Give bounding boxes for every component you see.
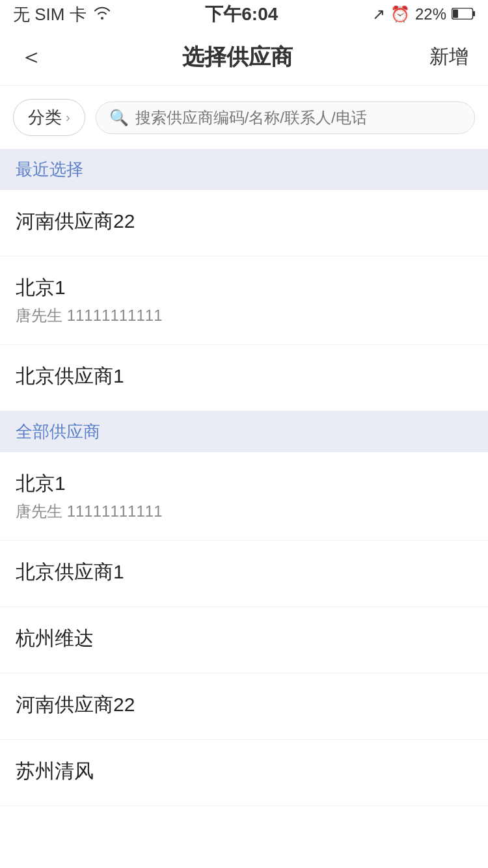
status-time: 下午6:04: [205, 2, 278, 27]
all-list-item[interactable]: 北京1唐先生 11111111111: [0, 452, 488, 541]
alarm-icon: ⏰: [390, 5, 410, 23]
recent-section-label: 最近选择: [16, 159, 83, 179]
recent-list-item[interactable]: 北京供应商1: [0, 345, 488, 411]
item-name: 河南供应商22: [16, 692, 472, 718]
search-input[interactable]: [135, 109, 461, 127]
all-list: 北京1唐先生 11111111111北京供应商1杭州维达河南供应商22苏州清风: [0, 452, 488, 806]
battery-level: 22%: [415, 5, 446, 23]
recent-section-header: 最近选择: [0, 149, 488, 190]
search-box[interactable]: 🔍: [96, 102, 475, 134]
sim-label: 无 SIM 卡: [13, 3, 87, 26]
status-right: ↗ ⏰ 22%: [372, 5, 475, 23]
add-button[interactable]: 新增: [416, 44, 468, 70]
recent-list: 河南供应商22北京1唐先生 11111111111北京供应商1: [0, 190, 488, 411]
item-name: 河南供应商22: [16, 208, 472, 235]
all-list-item[interactable]: 杭州维达: [0, 607, 488, 673]
recent-list-item[interactable]: 北京1唐先生 11111111111: [0, 256, 488, 345]
item-name: 杭州维达: [16, 625, 472, 652]
page-title: 选择供应商: [182, 42, 293, 72]
search-icon: 🔍: [109, 109, 129, 127]
status-left: 无 SIM 卡: [13, 3, 111, 26]
all-list-item[interactable]: 苏州清风: [0, 740, 488, 806]
all-section-header: 全部供应商: [0, 411, 488, 452]
category-filter-button[interactable]: 分类 ›: [13, 99, 85, 136]
status-bar: 无 SIM 卡 下午6:04 ↗ ⏰ 22%: [0, 0, 488, 29]
item-name: 北京1: [16, 275, 472, 301]
item-sub: 唐先生 11111111111: [16, 305, 472, 326]
all-section-label: 全部供应商: [16, 422, 100, 441]
item-name: 北京供应商1: [16, 559, 472, 586]
nav-bar: ＜ 选择供应商 新增: [0, 29, 488, 86]
filter-row: 分类 › 🔍: [0, 86, 488, 149]
item-name: 北京1: [16, 470, 472, 497]
chevron-right-icon: ›: [66, 110, 70, 125]
all-list-item[interactable]: 北京供应商1: [0, 541, 488, 607]
item-name: 北京供应商1: [16, 363, 472, 390]
all-list-item[interactable]: 河南供应商22: [0, 673, 488, 740]
battery-icon: [452, 5, 475, 23]
item-name: 苏州清风: [16, 758, 472, 785]
location-icon: ↗: [372, 5, 385, 23]
recent-list-item[interactable]: 河南供应商22: [0, 190, 488, 256]
item-sub: 唐先生 11111111111: [16, 501, 472, 522]
svg-rect-2: [453, 10, 458, 18]
category-label: 分类: [28, 106, 62, 129]
svg-rect-1: [473, 11, 475, 16]
back-button[interactable]: ＜: [20, 41, 59, 73]
wifi-icon: [93, 5, 111, 25]
